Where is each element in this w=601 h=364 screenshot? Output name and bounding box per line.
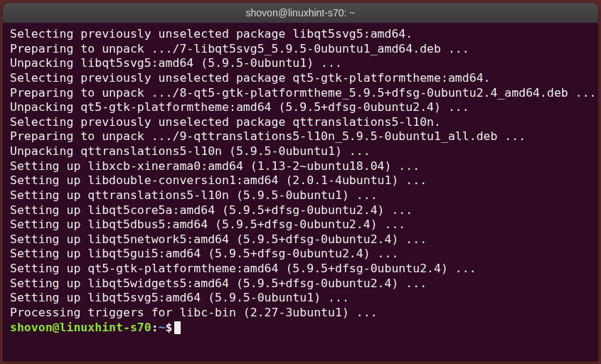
terminal-window: shovon@linuxhint-s70: ~ Selecting previo… xyxy=(3,3,598,361)
output-line: Unpacking qt5-gtk-platformtheme:amd64 (5… xyxy=(10,100,591,115)
output-line: Setting up libqt5network5:amd64 (5.9.5+d… xyxy=(10,232,591,247)
titlebar[interactable]: shovon@linuxhint-s70: ~ xyxy=(3,3,598,23)
output-line: Setting up libqt5svg5:amd64 (5.9.5-0ubun… xyxy=(10,291,591,306)
terminal-body[interactable]: Selecting previously unselected package … xyxy=(3,23,598,361)
output-line: Setting up qttranslations5-l10n (5.9.5-0… xyxy=(10,188,591,203)
output-line: Setting up libqt5core5a:amd64 (5.9.5+dfs… xyxy=(10,203,591,218)
output-line: Selecting previously unselected package … xyxy=(10,27,591,42)
output-line: Setting up libxcb-xinerama0:amd64 (1.13-… xyxy=(10,159,591,174)
output-line: Setting up qt5-gtk-platformtheme:amd64 (… xyxy=(10,262,591,277)
output-line: Preparing to unpack .../7-libqt5svg5_5.9… xyxy=(10,42,591,57)
output-line: Selecting previously unselected package … xyxy=(10,71,591,86)
output-line: Setting up libqt5dbus5:amd64 (5.9.5+dfsg… xyxy=(10,218,591,232)
output-line: Setting up libqt5gui5:amd64 (5.9.5+dfsg-… xyxy=(10,247,591,262)
prompt-user-host: shovon@linuxhint-s70 xyxy=(10,321,151,336)
output-line: Setting up libdouble-conversion1:amd64 (… xyxy=(10,173,591,188)
output-line: Preparing to unpack .../8-qt5-gtk-platfo… xyxy=(10,86,591,101)
cursor-icon xyxy=(174,321,181,334)
prompt-colon: : xyxy=(151,321,159,336)
window-title: shovon@linuxhint-s70: ~ xyxy=(246,7,356,18)
output-line: Setting up libqt5widgets5:amd64 (5.9.5+d… xyxy=(10,277,591,291)
output-line: Preparing to unpack .../9-qttranslations… xyxy=(10,129,591,144)
prompt-line[interactable]: shovon@linuxhint-s70:~$ xyxy=(10,321,591,336)
output-line: Unpacking libqt5svg5:amd64 (5.9.5-0ubunt… xyxy=(10,56,591,71)
prompt-dollar: $ xyxy=(166,321,173,336)
prompt-path: ~ xyxy=(159,321,166,336)
output-line: Selecting previously unselected package … xyxy=(10,115,591,130)
output-line: Processing triggers for libc-bin (2.27-3… xyxy=(10,306,591,321)
output-line: Unpacking qttranslations5-l10n (5.9.5-0u… xyxy=(10,144,591,159)
